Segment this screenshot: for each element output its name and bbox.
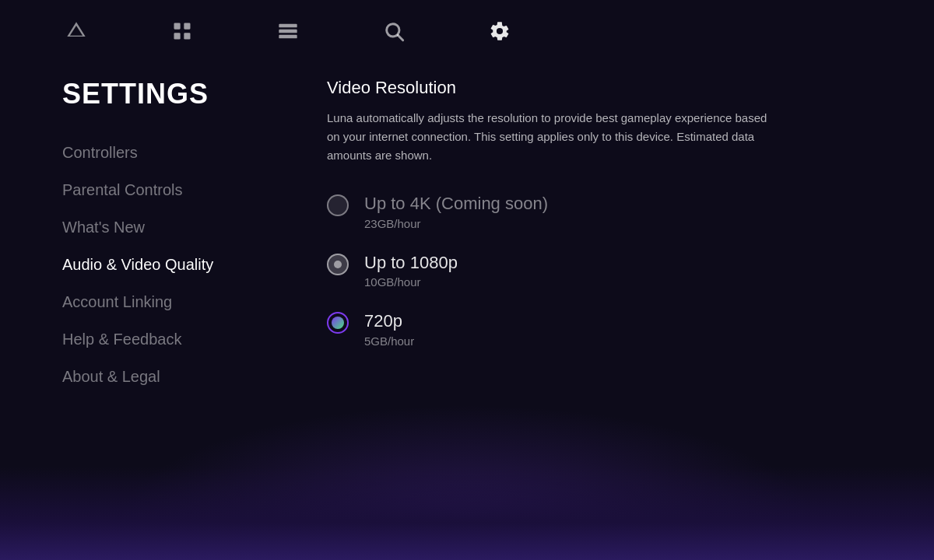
sidebar-nav: Controllers Parental Controls What's New… xyxy=(62,134,280,395)
radio-720p xyxy=(327,312,349,334)
sidebar-item-controllers[interactable]: Controllers xyxy=(62,134,280,171)
search-icon[interactable] xyxy=(380,17,408,45)
option-1080p[interactable]: Up to 1080p 10GB/hour xyxy=(327,252,872,289)
radio-4k xyxy=(327,194,349,216)
sidebar-item-account-linking[interactable]: Account Linking xyxy=(62,283,280,320)
section-title: Video Resolution xyxy=(327,78,872,98)
main-content: SETTINGS Controllers Parental Controls W… xyxy=(0,62,934,411)
recent-icon[interactable] xyxy=(274,17,302,45)
option-4k-name: Up to 4K (Coming soon) xyxy=(364,193,548,215)
option-4k-label: Up to 4K (Coming soon) 23GB/hour xyxy=(364,193,548,230)
content-panel: Video Resolution Luna automatically adju… xyxy=(327,78,872,395)
option-720p[interactable]: 720p 5GB/hour xyxy=(327,310,872,348)
home-icon[interactable] xyxy=(62,17,90,45)
svg-line-10 xyxy=(398,35,402,40)
settings-title: SETTINGS xyxy=(62,78,280,110)
sidebar-item-help-feedback[interactable]: Help & Feedback xyxy=(62,320,280,358)
svg-rect-2 xyxy=(174,23,181,30)
option-720p-label: 720p 5GB/hour xyxy=(364,310,414,348)
svg-rect-6 xyxy=(279,24,297,28)
option-1080p-sub: 10GB/hour xyxy=(364,275,458,289)
svg-rect-8 xyxy=(279,35,297,39)
resolution-options: Up to 4K (Coming soon) 23GB/hour Up to 1… xyxy=(327,193,872,348)
top-navigation xyxy=(0,0,934,62)
sidebar-item-parental-controls[interactable]: Parental Controls xyxy=(62,171,280,208)
sidebar-item-whats-new[interactable]: What's New xyxy=(62,208,280,246)
sidebar-item-about-legal[interactable]: About & Legal xyxy=(62,358,280,395)
svg-rect-5 xyxy=(184,33,190,39)
radio-1080p xyxy=(327,254,349,275)
option-4k-sub: 23GB/hour xyxy=(364,217,548,230)
option-720p-sub: 5GB/hour xyxy=(364,334,414,348)
option-4k[interactable]: Up to 4K (Coming soon) 23GB/hour xyxy=(327,193,872,230)
svg-rect-4 xyxy=(174,33,181,39)
section-description: Luna automatically adjusts the resolutio… xyxy=(327,109,778,165)
grid-icon[interactable] xyxy=(168,17,196,45)
option-1080p-name: Up to 1080p xyxy=(364,252,458,275)
svg-rect-3 xyxy=(184,23,190,30)
option-1080p-label: Up to 1080p 10GB/hour xyxy=(364,252,458,289)
settings-sidebar: SETTINGS Controllers Parental Controls W… xyxy=(62,78,280,395)
sidebar-item-audio-video[interactable]: Audio & Video Quality xyxy=(62,246,280,283)
option-720p-name: 720p xyxy=(364,310,414,333)
settings-icon[interactable] xyxy=(486,17,514,45)
svg-rect-7 xyxy=(279,30,297,33)
